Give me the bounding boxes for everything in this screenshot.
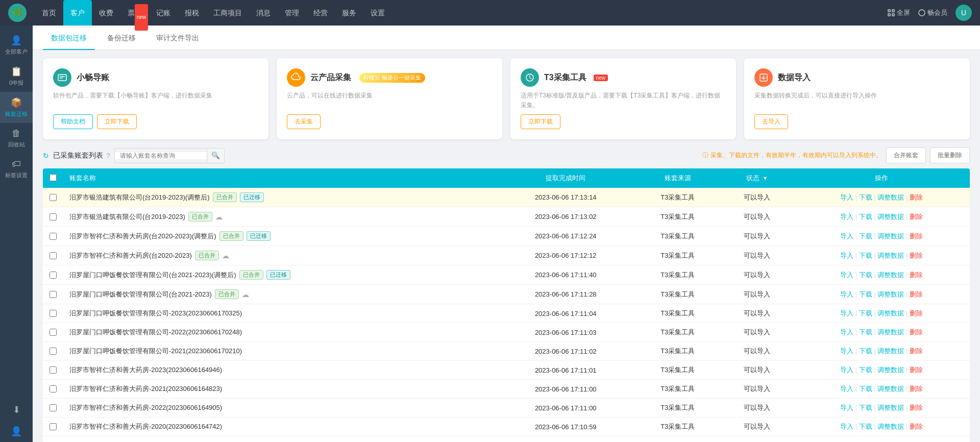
import-link[interactable]: 导入 (840, 328, 853, 336)
refresh-icon[interactable]: ↻ (43, 152, 49, 160)
tab-audit-export[interactable]: 审计文件导出 (148, 26, 207, 50)
adjust-data-link[interactable]: 调整数据 (877, 232, 904, 240)
download-link[interactable]: 下载 (859, 328, 872, 336)
import-link[interactable]: 导入 (840, 252, 853, 259)
select-all-checkbox[interactable] (50, 174, 57, 181)
sidebar-item-recycle[interactable]: 🗑 回收站 (0, 123, 33, 154)
nav-invoice[interactable]: 票据 new (120, 0, 149, 26)
row-checkbox[interactable] (50, 213, 57, 220)
download-link[interactable]: 下载 (859, 347, 872, 355)
adjust-data-link[interactable]: 调整数据 (877, 213, 904, 220)
row-checkbox[interactable] (50, 194, 57, 201)
row-checkbox[interactable] (50, 291, 57, 298)
import-link[interactable]: 导入 (840, 193, 853, 201)
delete-link[interactable]: 删除 (910, 271, 923, 279)
search-button[interactable]: 🔍 (207, 149, 224, 163)
help-icon[interactable]: ? (106, 152, 110, 160)
row-checkbox[interactable] (50, 310, 57, 317)
adjust-data-link[interactable]: 调整数据 (877, 309, 904, 317)
sidebar-item-user[interactable]: 👤 (0, 421, 33, 442)
tab-data-migration[interactable]: 数据包迁移 (43, 26, 95, 50)
nav-account[interactable]: 记账 (149, 0, 178, 26)
row-checkbox[interactable] (50, 385, 57, 392)
adjust-data-link[interactable]: 调整数据 (877, 290, 904, 298)
adjust-data-link[interactable]: 调整数据 (877, 252, 904, 259)
sidebar-item-download[interactable]: ⬇ (0, 399, 33, 421)
download-link[interactable]: 下载 (859, 290, 872, 298)
import-link[interactable]: 导入 (840, 290, 853, 298)
delete-link[interactable]: 删除 (910, 385, 923, 392)
import-link[interactable]: 导入 (840, 423, 853, 430)
import-link[interactable]: 导入 (840, 404, 853, 411)
adjust-data-link[interactable]: 调整数据 (877, 385, 904, 392)
delete-link[interactable]: 删除 (910, 193, 923, 201)
go-collect-button[interactable]: 去采集 (287, 114, 321, 129)
adjust-data-link[interactable]: 调整数据 (877, 347, 904, 355)
delete-link[interactable]: 删除 (910, 404, 923, 411)
row-checkbox[interactable] (50, 423, 57, 430)
batch-delete-button[interactable]: 批量删除 (930, 148, 970, 163)
adjust-data-link[interactable]: 调整数据 (877, 366, 904, 374)
help-doc-button[interactable]: 帮助文档 (53, 114, 93, 129)
delete-link[interactable]: 删除 (910, 347, 923, 355)
download-link[interactable]: 下载 (859, 232, 872, 240)
download-link[interactable]: 下载 (859, 385, 872, 392)
delete-link[interactable]: 删除 (910, 366, 923, 374)
sidebar-item-account-transfer[interactable]: 📦 账套迁移 (0, 92, 33, 123)
app-logo[interactable]: 🌿 (8, 4, 27, 22)
nav-business[interactable]: 工商项目 (206, 0, 249, 26)
delete-link[interactable]: 删除 (910, 252, 923, 259)
delete-link[interactable]: 删除 (910, 232, 923, 240)
adjust-data-link[interactable]: 调整数据 (877, 271, 904, 279)
import-link[interactable]: 导入 (840, 213, 853, 220)
search-input[interactable] (115, 152, 207, 159)
go-import-button[interactable]: 去导入 (754, 114, 788, 129)
nav-message[interactable]: 消息 (249, 0, 278, 26)
adjust-data-link[interactable]: 调整数据 (877, 423, 904, 430)
import-link[interactable]: 导入 (840, 366, 853, 374)
nav-manage[interactable]: 管理 (278, 0, 306, 26)
merge-account-button[interactable]: 合并账套 (886, 148, 926, 163)
sidebar-item-tag-settings[interactable]: 🏷 标签设置 (0, 154, 33, 184)
nav-client[interactable]: 客户 (63, 0, 92, 26)
delete-link[interactable]: 删除 (910, 309, 923, 317)
nav-service[interactable]: 服务 (335, 0, 363, 26)
adjust-data-link[interactable]: 调整数据 (877, 328, 904, 336)
download-link[interactable]: 下载 (859, 252, 872, 259)
delete-link[interactable]: 删除 (910, 328, 923, 336)
download-link[interactable]: 下载 (859, 271, 872, 279)
row-checkbox[interactable] (50, 233, 57, 240)
row-checkbox[interactable] (50, 329, 57, 336)
row-checkbox[interactable] (50, 366, 57, 374)
download-link[interactable]: 下载 (859, 423, 872, 430)
adjust-data-link[interactable]: 调整数据 (877, 193, 904, 201)
import-link[interactable]: 导入 (840, 347, 853, 355)
nav-tax[interactable]: 报税 (178, 0, 206, 26)
import-link[interactable]: 导入 (840, 309, 853, 317)
row-checkbox[interactable] (50, 252, 57, 259)
fullscreen-btn[interactable]: 全屏 (888, 8, 910, 17)
user-avatar[interactable]: U (955, 5, 972, 21)
download-link[interactable]: 下载 (859, 404, 872, 411)
delete-link[interactable]: 删除 (910, 290, 923, 298)
nav-operation[interactable]: 经营 (306, 0, 335, 26)
nav-settings[interactable]: 设置 (363, 0, 392, 26)
import-link[interactable]: 导入 (840, 232, 853, 240)
download-link[interactable]: 下载 (859, 366, 872, 374)
delete-link[interactable]: 删除 (910, 213, 923, 220)
delete-link[interactable]: 删除 (910, 423, 923, 430)
t3-download-button[interactable]: 立即下载 (521, 114, 560, 129)
row-checkbox[interactable] (50, 272, 57, 279)
nav-charge[interactable]: 收费 (92, 0, 120, 26)
download-link[interactable]: 下载 (859, 309, 872, 317)
sidebar-item-all-clients[interactable]: 👤 全部客户 (0, 30, 33, 61)
adjust-data-link[interactable]: 调整数据 (877, 404, 904, 411)
import-link[interactable]: 导入 (840, 271, 853, 279)
member-btn[interactable]: 畅会员 (918, 8, 947, 17)
import-link[interactable]: 导入 (840, 385, 853, 392)
sidebar-item-zero-report[interactable]: 📋 0申报 (0, 61, 33, 92)
nav-home[interactable]: 首页 (35, 0, 63, 26)
row-checkbox[interactable] (50, 348, 57, 355)
download-link[interactable]: 下载 (859, 213, 872, 220)
download-link[interactable]: 下载 (859, 193, 872, 201)
